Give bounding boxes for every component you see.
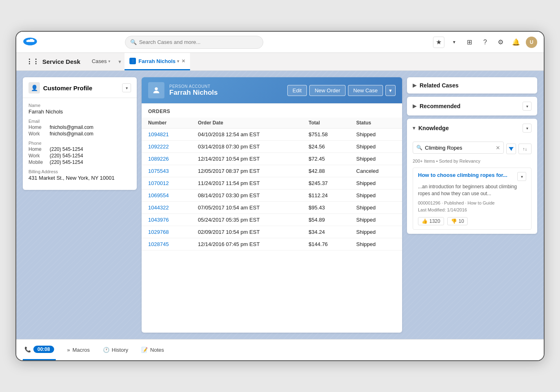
device-frame: 🔍 ★ ▼ ⊞ ? ⚙ 🔔 U ⋮⋮ Service Desk Cases ▾ … — [15, 31, 545, 361]
macros-icon: » — [67, 347, 70, 353]
recommended-header[interactable]: ▶ Recommended ▾ — [407, 97, 537, 115]
email-work-val: fnichols@gmail.com — [50, 131, 94, 137]
edit-button[interactable]: Edit — [287, 85, 307, 96]
knowledge-label: Knowledge — [418, 125, 449, 131]
active-tab-chevron[interactable]: ▾ — [177, 59, 179, 63]
recommended-dropdown[interactable]: ▾ — [523, 102, 532, 111]
phone-mobile-row: Mobile (220) 545-1254 — [28, 159, 131, 165]
order-date: 11/24/2017 11:54 pm EST — [191, 177, 302, 189]
article-modified: Last Modified: 1/14/2016 — [418, 207, 467, 212]
tab-nav-chevron[interactable]: ▾ — [115, 53, 125, 70]
top-nav: 🔍 ★ ▼ ⊞ ? ⚙ 🔔 U — [16, 32, 544, 53]
app-title: Service Desk — [42, 58, 80, 65]
order-total: $144.76 — [302, 238, 350, 250]
order-number[interactable]: 1044322 — [142, 202, 191, 214]
knowledge-sort-button[interactable]: ↑↓ — [518, 144, 532, 154]
order-total: $24.56 — [302, 141, 350, 153]
orders-body: 1094821 04/10/2018 12:54 am EST $751.58 … — [142, 128, 402, 250]
tab-cases[interactable]: Cases ▾ — [87, 53, 115, 70]
salesforce-logo[interactable] — [23, 34, 37, 50]
name-label: Name — [28, 103, 131, 108]
knowledge-header[interactable]: ▾ Knowledge ▾ — [407, 119, 537, 137]
thumbs-down-count: 10 — [459, 218, 464, 224]
knowledge-search-clear[interactable]: ✕ — [496, 145, 500, 151]
order-status: Canceled — [350, 165, 402, 177]
macros-toolbar-item[interactable]: » Macros — [66, 340, 92, 360]
cases-tab-label: Cases — [92, 58, 107, 64]
add-button[interactable]: ⊞ — [464, 37, 475, 48]
profile-header: 👤 Customer Profile ▾ — [23, 77, 137, 98]
order-number[interactable]: 1075543 — [142, 165, 191, 177]
tab-farrah-nichols[interactable]: 👤 Farrah Nichols ▾ ✕ — [125, 53, 190, 70]
knowledge-article: How to choose climbing ropes for... ▾ ..… — [413, 168, 532, 230]
order-date: 03/14/2018 07:30 pm EST — [191, 141, 302, 153]
phone-home-val: (220) 545-1254 — [50, 146, 83, 152]
table-row: 1044322 07/05/2017 10:54 am EST $95.43 S… — [142, 202, 402, 214]
phone-mobile-val: (220) 545-1254 — [50, 159, 83, 165]
order-number[interactable]: 1089226 — [142, 153, 191, 165]
order-number[interactable]: 1028745 — [142, 238, 191, 250]
tab-app-name[interactable]: ⋮⋮ Service Desk — [20, 53, 87, 70]
right-panel: ▶ Related Cases ▶ Recommended ▾ — [407, 77, 537, 333]
call-toolbar-item[interactable]: 📞 00:08 — [23, 340, 56, 360]
new-order-button[interactable]: New Order — [309, 85, 346, 96]
knowledge-filter-button[interactable] — [506, 144, 516, 154]
order-number[interactable]: 1070012 — [142, 177, 191, 189]
profile-icon: 👤 — [28, 82, 40, 94]
knowledge-chevron: ▾ — [413, 125, 415, 131]
new-case-button[interactable]: New Case — [348, 85, 383, 96]
related-cases-chevron: ▶ — [413, 83, 416, 88]
order-date: 04/10/2018 12:54 am EST — [191, 128, 302, 141]
active-tab-close[interactable]: ✕ — [182, 59, 185, 64]
settings-button[interactable]: ⚙ — [495, 37, 506, 48]
thumbs-up-button[interactable]: 👍 1320 — [418, 217, 444, 225]
article-dropdown[interactable]: ▾ — [517, 172, 526, 181]
order-number[interactable]: 1043976 — [142, 214, 191, 226]
center-panel: PERSON ACCOUNT Farrah Nichols Edit New O… — [142, 77, 402, 333]
order-date: 07/05/2017 10:54 am EST — [191, 202, 302, 214]
order-number[interactable]: 1094821 — [142, 128, 191, 141]
knowledge-dropdown[interactable]: ▾ — [523, 124, 532, 133]
col-number: Number — [142, 118, 191, 128]
knowledge-title: ▾ Knowledge — [413, 125, 449, 131]
knowledge-body: 🔍 ✕ ↑↓ 200+ Items • Sorted by Relevancy — [407, 137, 537, 234]
phone-mobile-key: Mobile — [28, 159, 48, 165]
knowledge-search-input[interactable] — [425, 145, 493, 151]
search-input[interactable] — [139, 39, 258, 45]
profile-name-section: Name Farrah Nichols — [28, 103, 131, 115]
profile-dropdown-btn[interactable]: ▾ — [122, 83, 131, 92]
favorites-dropdown[interactable]: ▼ — [448, 37, 460, 48]
order-number[interactable]: 1069554 — [142, 189, 191, 202]
related-cases-header[interactable]: ▶ Related Cases — [407, 77, 537, 94]
order-status: Shipped — [350, 214, 402, 226]
user-avatar[interactable]: U — [526, 37, 537, 48]
customer-profile-panel: 👤 Customer Profile ▾ Name Farrah Nichols… — [23, 77, 137, 190]
article-title[interactable]: How to choose climbing ropes for... — [418, 172, 515, 178]
phone-home-key: Home — [28, 146, 48, 152]
macros-label: Macros — [72, 347, 90, 353]
phone-home-row: Home (220) 545-1254 — [28, 146, 131, 152]
order-total: $245.37 — [302, 177, 350, 189]
order-status: Shipped — [350, 177, 402, 189]
history-toolbar-item[interactable]: 🕐 History — [101, 340, 130, 360]
order-number[interactable]: 1092222 — [142, 141, 191, 153]
article-id: 000001296 — [418, 200, 440, 205]
notes-toolbar-item[interactable]: 📝 Notes — [140, 340, 166, 360]
svg-point-1 — [155, 87, 158, 90]
profile-phone-section: Phone Home (220) 545-1254 Work (220) 545… — [28, 141, 131, 165]
actions-dropdown[interactable]: ▾ — [385, 85, 396, 96]
notifications-button[interactable]: 🔔 — [510, 37, 522, 48]
orders-header-row: Number Order Date Total Status — [142, 118, 402, 128]
thumbs-down-button[interactable]: 👎 10 — [447, 217, 468, 225]
order-number[interactable]: 1029768 — [142, 226, 191, 238]
profile-body: Name Farrah Nichols Email Home fnichols@… — [23, 98, 137, 190]
recommended-title: ▶ Recommended — [413, 103, 460, 109]
thumbs-up-count: 1320 — [429, 218, 440, 224]
profile-header-left: 👤 Customer Profile — [28, 82, 92, 94]
email-work-row: Work fnichols@gmail.com — [28, 131, 131, 137]
knowledge-search-container: 🔍 ✕ — [413, 142, 504, 154]
order-total: $42.88 — [302, 165, 350, 177]
help-button[interactable]: ? — [479, 37, 491, 48]
favorites-button[interactable]: ★ — [433, 37, 444, 48]
table-row: 1094821 04/10/2018 12:54 am EST $751.58 … — [142, 128, 402, 141]
